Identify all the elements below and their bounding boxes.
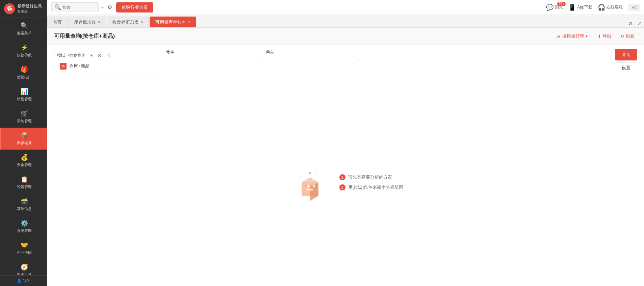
sidebar-label-operations: 经营管理 (17, 184, 32, 189)
sidebar-item-sales[interactable]: 📊 销售管理 (0, 84, 47, 106)
trial-button[interactable]: 体验行业方案 (116, 2, 153, 12)
sidebar-item-operations[interactable]: 📋 经营管理 (0, 172, 47, 193)
sidebar-item-finance[interactable]: 💰 资金管理 (0, 150, 47, 172)
app-download-label: App下载 (577, 4, 592, 10)
sidebar-label-search: 搜索菜单 (17, 31, 32, 36)
sidebar-label-sales: 销售管理 (17, 97, 32, 102)
sidebar: 畅 畅康通好生意 标准版 🔍 搜索菜单 ⚡ 快捷导航 🎁 营销推广 📊 销售管理… (0, 0, 47, 286)
warehouse-input-row: ··· (166, 56, 261, 64)
step-circle-1: 1 (339, 174, 345, 180)
sidebar-label-marketing: 营销推广 (17, 75, 32, 80)
tab-available[interactable]: 可用量库存账本× (150, 17, 196, 27)
tab-label-available: 可用量库存账本 (155, 19, 186, 25)
scheme-item-warehouse-product[interactable]: ♻ 仓库+商品 (57, 61, 159, 71)
online-service-label: 在线客服 (607, 4, 623, 10)
sidebar-item-quicknav[interactable]: ⚡ 快捷导航 (0, 40, 47, 62)
empty-svg-illustration: ✦ ✦ (290, 164, 327, 201)
page-actions: 🖨 按模板打印 ▾ ⬇ 导出 ↻ 刷新 (554, 32, 637, 41)
filter-fields: 仓库 ··· 商品 ··· (166, 49, 611, 64)
scheme-label: 按以下方案查询 ＋ ⊙ 《 (57, 52, 159, 59)
user-label: Rit (632, 5, 637, 10)
user-badge[interactable]: Rit (628, 4, 640, 11)
sidebar-icon-operations: 📋 (21, 176, 28, 183)
tab-label-home: 首页 (53, 19, 62, 25)
sidebar-item-marketing[interactable]: 🎁 营销推广 (0, 62, 47, 84)
sidebar-label-newbie: 新手引导 (17, 272, 32, 275)
svg-point-6 (305, 185, 307, 187)
step-text-1: 请先选择要分析的方案 (348, 174, 392, 180)
empty-step-2: 2 用[过滤]条件来缩小分析范围 (339, 184, 403, 190)
svg-point-7 (311, 185, 313, 187)
topbar-chevron-icon[interactable]: ▾ (101, 5, 103, 10)
step-number-2: 2 (341, 185, 343, 189)
print-chevron-icon: ▾ (586, 34, 588, 39)
message-icon: 💬 (546, 4, 553, 11)
tab-summary[interactable]: 收发存汇总表× (107, 17, 149, 27)
empty-illustration: ✦ ✦ (288, 162, 329, 203)
close-tab-batch[interactable]: × (98, 20, 100, 25)
sidebar-item-inventory[interactable]: 📦 库存核算 (0, 128, 47, 150)
filter-action-buttons: 查询 设置 (615, 49, 637, 73)
sidebar-logo: 畅 畅康通好生意 标准版 (0, 0, 47, 18)
warehouse-label: 仓库 (166, 49, 261, 55)
expand-button[interactable]: ⤢ (637, 21, 641, 26)
message-icon-item[interactable]: 💬 99+ 消息 (546, 4, 563, 11)
sidebar-item-system[interactable]: ⚙️ 系统管理 (0, 215, 47, 237)
sidebar-scroll: 🔍 搜索菜单 ⚡ 快捷导航 🎁 营销推广 📊 销售管理 🛒 采购管理 📦 库存核… (0, 18, 47, 275)
sidebar-item-newbie[interactable]: 🧭 新手引导 (0, 259, 47, 275)
online-service-item[interactable]: 🎧 在线客服 (598, 4, 623, 11)
sidebar-label-enterprise: 企业协同 (17, 250, 32, 255)
scheme-settings-button[interactable]: ⊙ (96, 52, 103, 59)
close-tab-button[interactable]: ✕ (626, 19, 635, 27)
tabs-bar: 首页库存批次账×收发存汇总表×可用量库存账本× ✕ ⤢ (47, 15, 644, 28)
print-template-button[interactable]: 🖨 按模板打印 ▾ (554, 32, 591, 41)
warehouse-input[interactable] (166, 56, 254, 64)
topbar: 🔍 ▾ ⚙ 体验行业方案 💬 99+ 消息 📱 App下载 🎧 在线客服 Rit (47, 0, 644, 15)
tab-label-batch: 库存批次账 (74, 19, 96, 25)
tab-batch[interactable]: 库存批次账× (68, 17, 106, 27)
empty-step-1: 1 请先选择要分析的方案 (339, 174, 403, 180)
topbar-search-box[interactable]: 🔍 (51, 2, 99, 12)
close-tab-summary[interactable]: × (141, 20, 143, 25)
print-label: 按模板打印 (562, 33, 584, 39)
filter-settings-button[interactable]: 设置 (615, 62, 637, 73)
sidebar-icon-search: 🔍 (21, 22, 28, 29)
sidebar-icon-system: ⚙️ (21, 219, 28, 227)
page-header: 可用量查询(按仓库+商品) 🖨 按模板打印 ▾ ⬇ 导出 ↻ 刷新 (47, 28, 644, 45)
sidebar-icon-inventory: 📦 (21, 132, 28, 139)
sidebar-icon-finance: 💰 (21, 154, 28, 161)
scheme-collapse-button[interactable]: 《 (104, 52, 111, 59)
sidebar-item-enterprise[interactable]: 🤝 企业协同 (0, 237, 47, 259)
sidebar-item-purchase[interactable]: 🛒 采购管理 (0, 106, 47, 128)
empty-state: ✦ ✦ 1 请先选择要分析的方案 2 用[过滤]条件来缩小分析范围 (47, 78, 644, 286)
export-button[interactable]: ⬇ 导出 (595, 32, 614, 41)
tab-home[interactable]: 首页 (47, 17, 68, 27)
query-button[interactable]: 查询 (615, 49, 637, 60)
product-dots-button[interactable]: ··· (356, 57, 361, 63)
sidebar-item-basic[interactable]: 🗃️ 基础信息 (0, 193, 47, 215)
product-label: 商品 (266, 49, 361, 55)
svg-text:✦: ✦ (298, 174, 301, 178)
search-input[interactable] (62, 5, 96, 10)
topbar-gear-icon[interactable]: ⚙ (106, 3, 113, 12)
page-content: 可用量查询(按仓库+商品) 🖨 按模板打印 ▾ ⬇ 导出 ↻ 刷新 (47, 28, 644, 286)
main-area: 🔍 ▾ ⚙ 体验行业方案 💬 99+ 消息 📱 App下载 🎧 在线客服 Rit (47, 0, 644, 286)
refresh-button[interactable]: ↻ 刷新 (618, 32, 637, 41)
sidebar-icon-marketing: 🎁 (21, 66, 28, 73)
app-download-item[interactable]: 📱 App下载 (568, 4, 592, 11)
sidebar-bottom[interactable]: 👤 我的 (0, 275, 47, 286)
sidebar-label-purchase: 采购管理 (17, 119, 32, 124)
scheme-selector: 按以下方案查询 ＋ ⊙ 《 ♻ 仓库+商品 (54, 49, 162, 74)
sidebar-label-inventory: 库存核算 (17, 140, 32, 146)
page-title: 可用量查询(按仓库+商品) (54, 33, 554, 40)
refresh-icon: ↻ (621, 34, 624, 39)
scheme-label-text: 按以下方案查询 (57, 53, 85, 58)
warehouse-dots-button[interactable]: ··· (256, 57, 261, 63)
product-input[interactable] (266, 56, 354, 64)
sidebar-label-basic: 基础信息 (17, 206, 32, 211)
add-scheme-button[interactable]: ＋ (88, 52, 95, 59)
sidebar-label-quicknav: 快捷导航 (17, 53, 32, 58)
filter-section: 按以下方案查询 ＋ ⊙ 《 ♻ 仓库+商品 仓库 (47, 45, 644, 78)
sidebar-item-search[interactable]: 🔍 搜索菜单 (0, 18, 47, 40)
close-tab-available[interactable]: × (188, 20, 190, 25)
